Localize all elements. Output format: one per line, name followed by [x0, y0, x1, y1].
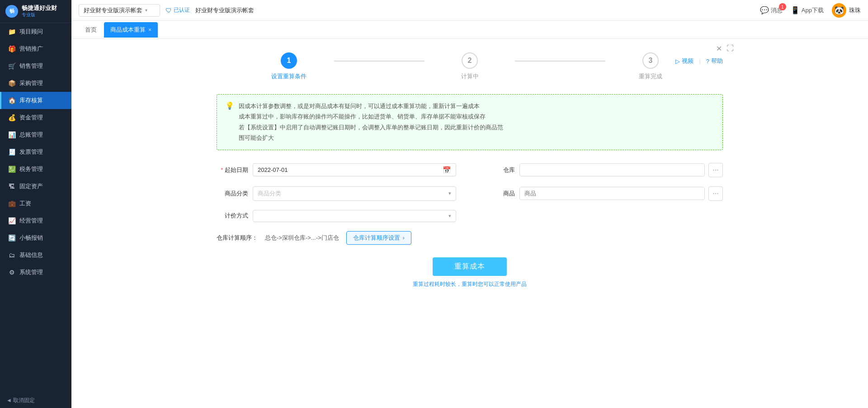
username-label: 珠珠 [849, 6, 861, 14]
sidebar-item-inventory[interactable]: 🏠库存核算 [0, 92, 71, 109]
start-date-input-wrapper[interactable]: 📅 [253, 163, 456, 176]
step-2-label: 计算中 [461, 72, 479, 81]
goods-input[interactable] [520, 187, 704, 199]
goods-input-wrapper [519, 187, 705, 200]
assets-icon: 🏗 [8, 182, 16, 190]
sidebar-item-operations[interactable]: 📈经营管理 [0, 212, 71, 229]
form-section: 起始日期 📅 仓库 ··· [217, 163, 723, 222]
messages-button[interactable]: 💬 消息 1 [760, 6, 783, 14]
sidebar-item-purchase[interactable]: 📦采购管理 [0, 75, 71, 92]
goods-label: 商品 [483, 190, 515, 198]
sidebar-item-system[interactable]: ⚙系统管理 [0, 264, 71, 281]
calendar-icon[interactable]: 📅 [438, 166, 456, 174]
sidebar-item-label: 税务管理 [19, 165, 43, 173]
stepper: 1 设置重算条件 2 计算中 3 重算完成 ▷ 视频 [217, 52, 723, 81]
invoice-icon: 🧾 [8, 148, 16, 156]
pricing-label: 计价方式 [217, 212, 248, 220]
step-2-circle: 2 [462, 52, 478, 69]
warehouse-more-button[interactable]: ··· [708, 163, 723, 177]
account-name: 好业财专业版演示帐套 [84, 6, 142, 14]
tax-icon: 💹 [8, 165, 16, 173]
sidebar-item-tax[interactable]: 💹税务管理 [0, 161, 71, 178]
topbar-right: 💬 消息 1 📱 App下载 🐼 珠珠 [760, 3, 861, 18]
sidebar-item-label: 经营管理 [19, 217, 43, 225]
field-pricing: 计价方式 ▾ [217, 210, 456, 222]
category-label: 商品分类 [217, 190, 248, 198]
sidebar-title: 畅捷通好业财 [22, 5, 57, 12]
sidebar-item-label: 工资 [19, 199, 31, 208]
sidebar-item-basicinfo[interactable]: 🗂基础信息 [0, 247, 71, 264]
sidebar-item-label: 项目顾问 [19, 28, 43, 36]
content-controls: ✕ ⛶ [716, 44, 734, 53]
notice-content: 💡 因成本计算参数调整，或是对商品成本有疑问时，可以通过成本重算功能，重新计算一… [225, 101, 714, 143]
sidebar-item-expense[interactable]: 🔄小畅报销 [0, 229, 71, 247]
pricing-select[interactable]: ▾ [253, 210, 456, 222]
payroll-icon: 💼 [8, 199, 16, 208]
close-button[interactable]: ✕ [716, 44, 722, 53]
video-link[interactable]: ▷ 视频 [675, 57, 693, 65]
account-selector[interactable]: 好业财专业版演示帐套 ▾ [79, 4, 160, 17]
tab-close-icon[interactable]: × [148, 27, 151, 33]
field-start-date: 起始日期 📅 [217, 163, 456, 176]
sidebar-header: 畅 畅捷通好业财 专业版 [0, 0, 71, 23]
help-divider: | [699, 58, 700, 65]
sidebar-item-finance[interactable]: 💰资金管理 [0, 109, 71, 126]
sidebar-item-label: 库存核算 [19, 96, 43, 104]
goods-more-button[interactable]: ··· [708, 186, 723, 201]
purchase-icon: 📦 [8, 79, 16, 87]
help-link[interactable]: ? 帮助 [706, 57, 723, 65]
sidebar-item-payroll[interactable]: 💼工资 [0, 195, 71, 212]
help-links: ▷ 视频 | ? 帮助 [675, 57, 723, 65]
field-warehouse: 仓库 ··· [483, 163, 723, 177]
sidebar-item-label: 系统管理 [19, 268, 43, 276]
finance-icon: 💰 [8, 114, 16, 122]
field-category: 商品分类 商品分类 ▾ [217, 186, 456, 201]
form-row-3: 计价方式 ▾ [217, 210, 723, 222]
chevron-right-icon: › [403, 234, 405, 241]
sidebar: 畅 畅捷通好业财 专业版 📁项目顾问🎁营销推广🛒销售管理📦采购管理🏠库存核算💰资… [0, 0, 71, 408]
step-line-1 [334, 61, 425, 62]
step-3-circle: 3 [642, 52, 659, 69]
sidebar-item-sales[interactable]: 🛒销售管理 [0, 57, 71, 75]
sales-icon: 🛒 [8, 62, 16, 70]
warehouse-input-wrapper [519, 163, 705, 176]
sidebar-cancel-pin[interactable]: ◄ 取消固定 [0, 393, 71, 408]
tab-recalculate[interactable]: 商品成本重算 × [104, 22, 158, 38]
user-profile[interactable]: 🐼 珠珠 [832, 3, 861, 18]
sidebar-item-invoice[interactable]: 🧾发票管理 [0, 143, 71, 161]
warehouse-order-label: 仓库计算顺序： [217, 234, 258, 242]
warehouse-order-row: 仓库计算顺序： 总仓->深圳仓库->...->门店仓 仓库计算顺序设置 › [217, 231, 723, 245]
expense-icon: 🔄 [8, 234, 16, 242]
tab-home[interactable]: 首页 [79, 22, 103, 38]
warehouse-input[interactable] [520, 164, 704, 176]
sidebar-item-marketing[interactable]: 🎁营销推广 [0, 40, 71, 57]
recalculate-button[interactable]: 重算成本 [433, 257, 507, 276]
start-date-input[interactable] [253, 164, 438, 176]
accounting-icon: 📊 [8, 131, 16, 139]
sidebar-item-project[interactable]: 📁项目顾问 [0, 23, 71, 40]
recalc-hint: 重算过程耗时较长，重算时您可以正常使用产品 [413, 280, 527, 288]
main-area: 好业财专业版演示帐套 ▾ 🛡 已认证 好业财专业版演示帐套 💬 消息 1 📱 A… [71, 0, 868, 408]
warning-icon: 💡 [225, 101, 234, 143]
sidebar-nav: 📁项目顾问🎁营销推广🛒销售管理📦采购管理🏠库存核算💰资金管理📊总账管理🧾发票管理… [0, 23, 71, 393]
sidebar-item-label: 总账管理 [19, 131, 43, 139]
content-area: ✕ ⛶ 1 设置重算条件 2 计算中 3 重算完成 [71, 39, 868, 408]
topbar: 好业财专业版演示帐套 ▾ 🛡 已认证 好业财专业版演示帐套 💬 消息 1 📱 A… [71, 0, 868, 21]
basicinfo-icon: 🗂 [8, 251, 16, 259]
category-select[interactable]: 商品分类 ▾ [253, 186, 456, 201]
sidebar-item-label: 基础信息 [19, 251, 43, 259]
category-select-arrow: ▾ [448, 190, 451, 196]
step-line-2 [515, 61, 605, 62]
category-select-text: 商品分类 [258, 190, 281, 198]
warehouse-order-settings-button[interactable]: 仓库计算顺序设置 › [346, 231, 411, 245]
start-date-label: 起始日期 [217, 166, 248, 174]
account-display-name: 好业财专业版演示帐套 [195, 6, 254, 14]
app-download-button[interactable]: 📱 App下载 [791, 6, 824, 14]
notice-text: 因成本计算参数调整，或是对商品成本有疑问时，可以通过成本重算功能，重新计算一遍成… [239, 101, 503, 143]
sidebar-item-assets[interactable]: 🏗固定资产 [0, 178, 71, 195]
warehouse-label: 仓库 [483, 166, 515, 174]
expand-button[interactable]: ⛶ [726, 44, 734, 53]
sidebar-item-label: 发票管理 [19, 148, 43, 156]
step-1: 1 设置重算条件 [244, 52, 334, 81]
sidebar-item-accounting[interactable]: 📊总账管理 [0, 126, 71, 143]
